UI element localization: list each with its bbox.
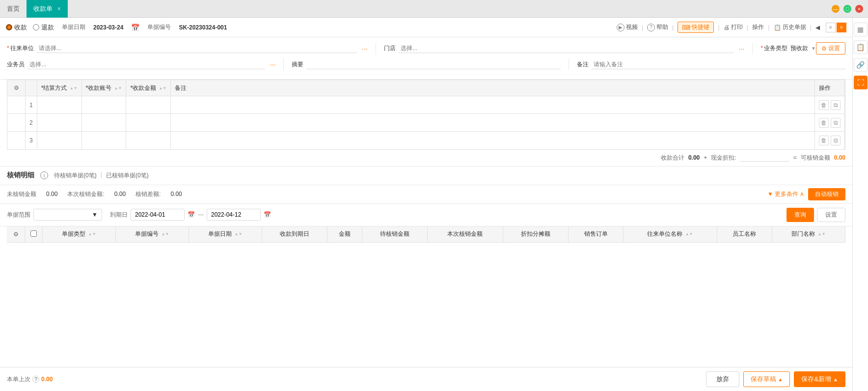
help-icon-footer[interactable]: ? bbox=[32, 376, 39, 383]
date-dash: — bbox=[198, 211, 204, 218]
row-payment-3[interactable] bbox=[37, 132, 81, 149]
remark-input[interactable] bbox=[592, 60, 845, 69]
range-filter-field: 单据范围 ▼ bbox=[7, 209, 102, 221]
range-select[interactable]: ▼ bbox=[33, 209, 102, 221]
row-payment-2[interactable] bbox=[37, 114, 81, 132]
abandon-button[interactable]: 放弃 bbox=[706, 371, 739, 387]
store-more-icon[interactable]: ··· bbox=[739, 45, 745, 53]
minimize-button[interactable]: — bbox=[832, 5, 840, 13]
bottom-col-salesorder-header: 销售订单 bbox=[568, 226, 623, 243]
query-button[interactable]: 查询 bbox=[787, 208, 814, 222]
tab-close-icon[interactable]: × bbox=[57, 5, 61, 12]
business-type-arrow-icon[interactable]: ▼ bbox=[811, 46, 816, 51]
date-label: 单据日期 bbox=[62, 23, 85, 31]
number-label: 单据编号 bbox=[147, 23, 171, 31]
operation-action[interactable]: 操作 bbox=[752, 23, 764, 31]
sidebar-doc-icon[interactable]: 📋 bbox=[854, 40, 868, 54]
nav-prev[interactable]: ◀ bbox=[815, 24, 820, 31]
date-to-input[interactable] bbox=[207, 209, 261, 221]
auto-hexiao-button[interactable]: 自动核销 bbox=[808, 188, 845, 200]
table-row: 1 🗑 ⧉ bbox=[7, 96, 845, 114]
footer-info: 本单上次 ? 0.00 bbox=[7, 375, 53, 384]
row-amount-3[interactable] bbox=[126, 132, 171, 149]
available-label: 可核销金额 bbox=[801, 154, 830, 162]
store-input[interactable] bbox=[399, 44, 734, 53]
more-conditions-button[interactable]: ▼ 更多条件 ∧ bbox=[767, 190, 804, 198]
tab-receipt[interactable]: 收款单 × bbox=[27, 0, 68, 18]
close-button[interactable]: × bbox=[855, 5, 863, 13]
top-toolbar: 收款 退款 单据日期 2023-03-24 📅 单据编号 SK-20230324… bbox=[0, 18, 852, 37]
delete-icon-3[interactable]: 🗑 bbox=[819, 136, 829, 145]
refund-radio[interactable]: 退款 bbox=[33, 23, 54, 32]
tab-home[interactable]: 首页 bbox=[0, 0, 27, 18]
partner-input[interactable] bbox=[37, 44, 357, 53]
layout-icon-1[interactable]: ≡ bbox=[826, 23, 836, 32]
sort-icon-2: ▲▼ bbox=[114, 86, 122, 90]
print-action[interactable]: 🖨 打印 bbox=[724, 23, 743, 31]
calendar-to-icon[interactable]: 📅 bbox=[264, 211, 271, 218]
row-account-3[interactable] bbox=[81, 132, 126, 149]
discount-input[interactable] bbox=[740, 154, 789, 162]
row-remark-2[interactable] bbox=[171, 114, 815, 132]
sidebar-expand-icon[interactable]: ⛶ bbox=[854, 76, 868, 89]
receipt-radio[interactable]: 收款 bbox=[6, 23, 27, 32]
filter-icon: ▼ bbox=[767, 191, 773, 197]
gear-icon: ⚙ bbox=[821, 45, 827, 52]
select-all-checkbox[interactable] bbox=[30, 230, 37, 237]
filter-settings-button[interactable]: 设置 bbox=[817, 208, 845, 222]
row-amount-2[interactable] bbox=[126, 114, 171, 132]
history-action[interactable]: 📋 历史单据 bbox=[774, 23, 806, 31]
row-payment-1[interactable] bbox=[37, 96, 81, 114]
save-new-button[interactable]: 保存&新增 ▲ bbox=[794, 371, 845, 387]
bottom-settings-icon[interactable]: ⚙ bbox=[11, 229, 21, 239]
hexiao-info-icon[interactable]: i bbox=[40, 171, 48, 179]
row-account-2[interactable] bbox=[81, 114, 126, 132]
hexiao-tabs: 待核销单据(0笔) | 已核销单据(0笔) bbox=[54, 170, 149, 181]
video-action[interactable]: ▶ 视频 bbox=[617, 23, 638, 31]
settings-button[interactable]: ⚙ 设置 bbox=[816, 42, 845, 55]
copy-icon-2[interactable]: ⧉ bbox=[831, 118, 841, 128]
delete-icon-1[interactable]: 🗑 bbox=[819, 100, 829, 110]
sidebar-link-icon[interactable]: 🔗 bbox=[854, 58, 868, 72]
summary-label: 摘要 bbox=[292, 60, 303, 69]
help-action[interactable]: ? 帮助 bbox=[647, 23, 668, 31]
shortcut-icon: ⌨ bbox=[682, 24, 690, 31]
layout-icon-2[interactable]: ≡ bbox=[837, 23, 846, 32]
save-draft-button[interactable]: 保存草稿 ▲ bbox=[743, 371, 790, 387]
row-amount-1[interactable] bbox=[126, 96, 171, 114]
store-field: 门店 ··· bbox=[384, 44, 745, 53]
business-type-value: 预收款 bbox=[790, 44, 808, 53]
remark-label: 备注 bbox=[577, 60, 589, 69]
form-row-2: 业务员 ··· 摘要 备注 bbox=[7, 58, 845, 70]
partner-label: *往来单位 bbox=[7, 44, 34, 53]
copy-icon-1[interactable]: ⧉ bbox=[831, 100, 841, 110]
hexiao-pending-tab[interactable]: 待核销单据(0笔) bbox=[54, 170, 97, 181]
salesperson-more-icon[interactable]: ··· bbox=[270, 60, 276, 68]
total-value: 0.00 bbox=[688, 154, 700, 161]
hexiao-done-tab[interactable]: 已核销单据(0笔) bbox=[106, 170, 149, 181]
row-remark-3[interactable] bbox=[171, 132, 815, 149]
col-remark-header: 备注 bbox=[171, 80, 815, 96]
delete-icon-2[interactable]: 🗑 bbox=[819, 118, 829, 128]
layout-switcher: ≡ ≡ bbox=[826, 23, 846, 32]
shortcut-button[interactable]: ⌨ 快捷键 bbox=[678, 22, 714, 33]
receipt-refund-toggle: 收款 退款 bbox=[6, 23, 54, 32]
bottom-col-partner-header: 往来单位名称 ▲▼ bbox=[624, 226, 717, 243]
sidebar-table-icon[interactable]: ▦ bbox=[854, 23, 868, 36]
calendar-from-icon[interactable]: 📅 bbox=[188, 211, 195, 218]
col-payment-method-header: *结算方式 ▲▼ bbox=[37, 80, 81, 96]
row-actions-3: 🗑 ⧉ bbox=[819, 136, 841, 145]
row-account-1[interactable] bbox=[81, 96, 126, 114]
bottom-col-pending-header: 待核销金额 bbox=[362, 226, 427, 243]
summary-input[interactable] bbox=[306, 60, 560, 69]
maximize-button[interactable]: □ bbox=[843, 5, 851, 13]
row-remark-1[interactable] bbox=[171, 96, 815, 114]
table-settings-icon[interactable]: ⚙ bbox=[11, 83, 21, 93]
copy-icon-3[interactable]: ⧉ bbox=[831, 136, 841, 145]
calendar-icon[interactable]: 📅 bbox=[131, 24, 139, 31]
salesperson-input[interactable] bbox=[27, 60, 265, 69]
date-from-input[interactable] bbox=[131, 209, 185, 221]
summary-row: 收款合计 0.00 + 现金折扣: = 可核销金额 0.00 bbox=[0, 150, 852, 167]
bottom-table: ⚙ 单据类型 ▲▼ 单据编号 ▲▼ bbox=[7, 226, 845, 243]
partner-more-icon[interactable]: ··· bbox=[362, 45, 368, 53]
